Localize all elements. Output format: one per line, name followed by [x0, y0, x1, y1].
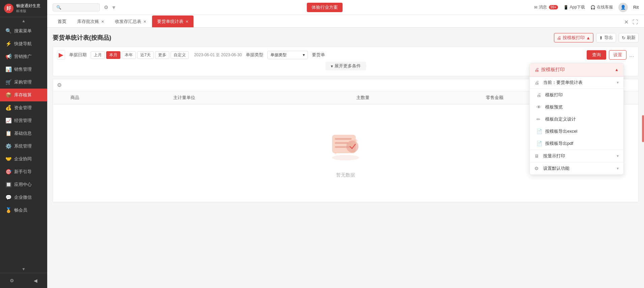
- refresh-btn[interactable]: ↻ 刷新: [619, 33, 639, 42]
- filter-collapse-btn[interactable]: ▶: [57, 50, 65, 60]
- query-btn[interactable]: 查询: [587, 50, 606, 60]
- print-dropdown-title: 🖨 按模板打印: [534, 67, 565, 73]
- sidebar-item-wechat[interactable]: 💬 企业微信: [0, 191, 47, 204]
- tab-home-label: 首页: [58, 19, 66, 25]
- sidebar-item-member[interactable]: 🏅 畅会员: [0, 204, 47, 217]
- sidebar-item-label: 库存核算: [14, 92, 32, 98]
- topbar-dropdown-icon[interactable]: ▾: [112, 4, 115, 11]
- sidebar-item-label: 应用中心: [14, 182, 32, 188]
- menu-item-template-design[interactable]: ✏ 模板自定义设计: [530, 113, 623, 125]
- apps-icon: 🔲: [5, 182, 11, 188]
- sidebar-item-sales[interactable]: 📊 销售管理: [0, 63, 47, 76]
- sidebar-item-inventory[interactable]: 📦 库存核算: [0, 89, 47, 101]
- page-actions: 🖨 按模板打印 ▲ ⬆ 导出 ↻ 刷新: [554, 33, 639, 42]
- date-btn-7days[interactable]: 近7天: [137, 51, 154, 59]
- date-btn-this-year[interactable]: 本年: [122, 51, 136, 59]
- set-default-icon: ⚙: [534, 166, 540, 171]
- tab-maximize-btn[interactable]: ⛶: [632, 19, 639, 26]
- topbar-search-box[interactable]: 🔍: [53, 3, 100, 11]
- sidebar-item-guide[interactable]: 🎯 新手引导: [0, 165, 47, 178]
- date-btn-this-month[interactable]: 本月: [106, 51, 120, 59]
- wechat-icon: 💬: [5, 194, 11, 200]
- set-default-chevron: ▾: [617, 166, 619, 171]
- menu-item-template-print[interactable]: 🖨 模板打印: [530, 89, 623, 101]
- print-btn[interactable]: 🖨 按模板打印 ▲: [554, 33, 593, 42]
- display-print-group[interactable]: 🖥 按显示打印 ▾: [530, 150, 623, 162]
- quicknav-icon: ⚡: [5, 41, 11, 47]
- scrollbar-thumb[interactable]: [642, 115, 644, 142]
- filter-row: ▶ 单据日期 上月 本月 本年 近7天 更多 自定义 2023-06-01 至 …: [57, 50, 634, 60]
- sidebar-item-quicknav[interactable]: ⚡ 快捷导航: [0, 37, 47, 50]
- sidebar-item-system[interactable]: ⚙️ 系统管理: [0, 140, 47, 153]
- date-btn-custom[interactable]: 自定义: [171, 51, 189, 59]
- sidebar-item-marketing[interactable]: 📢 营销推广: [0, 50, 47, 63]
- topbar-gear-icon[interactable]: ⚙: [104, 4, 108, 10]
- tab-order-stats[interactable]: 要货单统计表 ✕: [152, 15, 194, 27]
- set-default-group[interactable]: ⚙ 设置默认功能 ▾: [530, 162, 623, 174]
- sidebar-item-label: 企业微信: [14, 194, 32, 200]
- refresh-label: 刷新: [627, 35, 636, 41]
- tab-batch-account[interactable]: 库存批次账 ✕: [72, 15, 109, 27]
- sidebar-item-search[interactable]: 🔍 搜索菜单: [0, 25, 47, 37]
- table-settings-icon[interactable]: ⚙: [57, 82, 62, 88]
- sidebar-item-label: 畅会员: [14, 207, 27, 213]
- tab-collection-close[interactable]: ✕: [143, 20, 146, 24]
- settings-bottom-btn[interactable]: ⚙: [8, 276, 16, 285]
- sidebar-item-operations[interactable]: 📈 经营管理: [0, 114, 47, 127]
- page-title: 要货单统计表(按商品): [53, 34, 111, 42]
- set-default-left: ⚙ 设置默认功能: [534, 165, 569, 171]
- more-options-btn[interactable]: ...: [629, 52, 634, 59]
- sidebar-scroll-down[interactable]: ▼: [0, 265, 47, 273]
- set-default-section: ⚙ 设置默认功能 ▾: [530, 162, 623, 174]
- tab-collection-summary[interactable]: 收发存汇总表 ✕: [110, 15, 151, 27]
- content-area: 要货单统计表(按商品) 🖨 按模板打印 ▲ ⬆ 导出 ↻ 刷新: [47, 28, 644, 288]
- tab-batch-close[interactable]: ✕: [101, 20, 104, 24]
- sidebar-item-label: 搜索菜单: [14, 28, 32, 34]
- messages-link[interactable]: ✉ 消息 99+: [534, 4, 558, 10]
- set-default-label: 设置默认功能: [543, 165, 569, 171]
- export-btn[interactable]: ⬆ 导出: [596, 33, 616, 42]
- date-btn-last-month[interactable]: 上月: [91, 51, 105, 59]
- sidebar-item-finance[interactable]: 💰 资金管理: [0, 101, 47, 114]
- tab-close-all-btn[interactable]: ✕: [623, 18, 629, 26]
- current-template-label: 当前：要货单统计表: [543, 79, 583, 86]
- order-type-select[interactable]: 单据类型 ▾: [267, 51, 308, 59]
- app-download-link[interactable]: 📱 App下载: [563, 4, 585, 10]
- current-template-left: 🖨 当前：要货单统计表: [534, 79, 583, 86]
- export-label: 导出: [604, 35, 613, 41]
- sidebar-item-purchase[interactable]: 🛒 采购管理: [0, 76, 47, 89]
- purchase-icon: 🛒: [5, 79, 11, 85]
- display-print-left: 🖥 按显示打印: [534, 153, 565, 159]
- sidebar-item-label: 销售管理: [14, 66, 32, 72]
- trial-btn[interactable]: 体验行业方案: [307, 3, 343, 12]
- collapse-btn[interactable]: ◀: [32, 276, 39, 285]
- sidebar-item-apps[interactable]: 🔲 应用中心: [0, 178, 47, 191]
- page-header: 要货单统计表(按商品) 🖨 按模板打印 ▲ ⬆ 导出 ↻ 刷新: [53, 33, 639, 42]
- current-template-chevron: ▾: [617, 80, 619, 85]
- expand-more-btn[interactable]: ▾ 展开更多条件: [325, 62, 366, 70]
- tab-order-close[interactable]: ✕: [185, 20, 188, 24]
- svg-point-7: [334, 152, 336, 154]
- sidebar-scroll-up[interactable]: ▲: [0, 17, 47, 25]
- date-btn-more[interactable]: 更多: [155, 51, 169, 59]
- sidebar-item-label: 新手引导: [14, 169, 32, 175]
- current-template-group[interactable]: 🖨 当前：要货单统计表 ▾: [530, 76, 623, 89]
- svg-point-5: [346, 140, 358, 153]
- menu-item-export-pdf[interactable]: 📄 按模板导出pdf: [530, 137, 623, 150]
- export-icon: ⬆: [599, 35, 603, 40]
- menu-item-template-preview[interactable]: 👁 模板预览: [530, 101, 623, 113]
- sidebar-item-label: 采购管理: [14, 79, 32, 85]
- sidebar-item-label: 资金管理: [14, 105, 32, 111]
- display-print-icon: 🖥: [534, 153, 540, 159]
- print-dropdown-close-btn[interactable]: ▲: [615, 67, 619, 72]
- user-avatar[interactable]: 👤: [618, 3, 628, 12]
- template-preview-label: 模板预览: [545, 104, 563, 110]
- sidebar-item-collab[interactable]: 🤝 企业协同: [0, 153, 47, 165]
- online-service-link[interactable]: 🎧 在线客服: [590, 4, 613, 10]
- menu-item-export-excel[interactable]: 📄 按模板导出excel: [530, 125, 623, 137]
- filter-settings-btn[interactable]: 设置: [609, 50, 626, 60]
- sidebar-item-basic[interactable]: 📋 基础信息: [0, 127, 47, 140]
- app-download-label: App下载: [570, 4, 585, 10]
- tab-home[interactable]: 首页: [53, 15, 71, 27]
- template-design-label: 模板自定义设计: [545, 116, 576, 122]
